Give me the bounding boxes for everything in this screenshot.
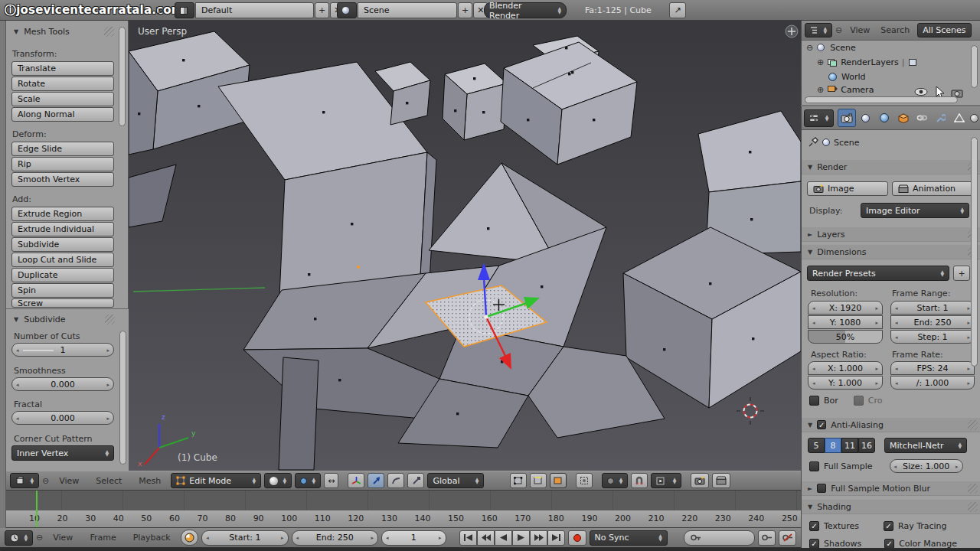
- resolution-y-field[interactable]: ◂Y: 1080▸: [808, 315, 883, 329]
- render-animation-button[interactable]: Animation: [892, 181, 973, 196]
- frame-start-field[interactable]: ◂Start: 1▸: [890, 301, 975, 315]
- screen-layout-icon[interactable]: [175, 2, 194, 18]
- pin-icon[interactable]: [808, 137, 818, 148]
- render-image-button[interactable]: Image: [807, 181, 888, 196]
- face-select-toggle[interactable]: [550, 473, 567, 488]
- delete-keyframe-icon[interactable]: [779, 530, 796, 546]
- next-keyframe-button[interactable]: [530, 530, 547, 546]
- render-opengl-icon[interactable]: [691, 473, 709, 488]
- aa-filter-dropdown[interactable]: Mitchell-Netr▲▼: [884, 438, 967, 453]
- fps-field[interactable]: ◂FPS: 24▸: [890, 361, 975, 375]
- anti-aliasing-section-header[interactable]: ▼ ✓ Anti-Aliasing: [802, 418, 980, 432]
- expand-icon[interactable]: ⊕: [817, 57, 824, 67]
- add-layout-button[interactable]: +: [315, 2, 329, 18]
- frame-step-field[interactable]: ◂Step: 1▸: [890, 330, 975, 344]
- rotate-manipulator-toggle[interactable]: [387, 473, 404, 488]
- corner-cut-dropdown[interactable]: Inner Vertex▲▼: [11, 445, 114, 461]
- mesh-menu[interactable]: Mesh: [132, 471, 168, 490]
- ray-tracing-checkbox[interactable]: ✓: [884, 521, 893, 531]
- tab-constraints[interactable]: [913, 109, 932, 127]
- breadcrumb-label[interactable]: Scene: [834, 138, 860, 148]
- timeline-view-menu[interactable]: View: [46, 528, 80, 547]
- motion-blur-checkbox[interactable]: [817, 484, 826, 493]
- timeline-area[interactable]: 102030 405060 708090 100110120 130140150…: [0, 491, 801, 528]
- timeline-playback-menu[interactable]: Playback: [126, 528, 178, 547]
- along-normal-button[interactable]: Along Normal: [11, 107, 114, 122]
- motion-blur-section-header[interactable]: ► Full Sample Motion Blur: [802, 481, 980, 496]
- scene-field[interactable]: Scene: [358, 2, 457, 18]
- extrude-region-button[interactable]: Extrude Region: [11, 207, 114, 221]
- collapse-icon[interactable]: ⊖: [806, 43, 813, 53]
- screw-button[interactable]: Screw: [11, 298, 114, 308]
- outliner-filter-dropdown[interactable]: All Scenes: [917, 23, 971, 37]
- timeline-frame-menu[interactable]: Frame: [83, 528, 122, 547]
- dimensions-section-header[interactable]: ▼Dimensions: [802, 245, 980, 259]
- render-opengl-anim-icon[interactable]: [712, 473, 730, 488]
- translate-button[interactable]: Translate: [11, 61, 114, 76]
- aa-samples-8[interactable]: 8: [825, 438, 841, 453]
- view-expand-icon[interactable]: [786, 25, 798, 37]
- frame-end-field[interactable]: ◂End: 250▸: [890, 315, 975, 329]
- frame-start-field[interactable]: ◂Start: 1▸: [201, 530, 288, 546]
- vertex-select-toggle[interactable]: [510, 473, 527, 488]
- tab-object-data[interactable]: [951, 109, 969, 127]
- scale-manipulator-toggle[interactable]: [407, 473, 424, 488]
- smoothness-slider[interactable]: ◂0.000▸: [11, 377, 114, 391]
- fractal-slider[interactable]: ◂0.000▸: [11, 411, 114, 425]
- anti-aliasing-checkbox[interactable]: ✓: [817, 420, 826, 429]
- jump-to-end-button[interactable]: [547, 530, 565, 546]
- keying-set-field[interactable]: [684, 530, 755, 546]
- window-duplicate-icon[interactable]: ↗: [669, 2, 686, 18]
- record-button[interactable]: [568, 530, 586, 546]
- collapse-menus-icon[interactable]: ⊖: [36, 533, 43, 543]
- textures-checkbox[interactable]: ✓: [809, 521, 819, 531]
- insert-keyframe-icon[interactable]: [758, 530, 776, 546]
- scale-button[interactable]: Scale: [11, 92, 114, 106]
- full-sample-checkbox[interactable]: [809, 461, 819, 471]
- resolution-percentage-slider[interactable]: 50%: [808, 330, 883, 344]
- add-scene-button[interactable]: +: [458, 2, 472, 18]
- layers-section-header[interactable]: ►Layers: [802, 227, 980, 242]
- snap-element-dropdown[interactable]: ▲▼: [651, 473, 681, 488]
- outliner-item-renderlayers[interactable]: ⊕ RenderLayers |: [802, 55, 980, 70]
- cuts-slider[interactable]: ◂1▸: [11, 343, 114, 357]
- viewport-3d[interactable]: User Persp (1) Cube z y x: [129, 21, 801, 471]
- scene-icon[interactable]: [337, 2, 357, 18]
- outliner-item-world[interactable]: World: [802, 70, 980, 84]
- translate-manipulator-toggle[interactable]: [368, 473, 384, 488]
- help-menu-clipped[interactable]: lp: [155, 5, 163, 15]
- tab-scene[interactable]: [857, 109, 875, 127]
- tab-object[interactable]: [894, 109, 913, 127]
- outliner-search-menu[interactable]: Search: [876, 21, 914, 40]
- orientation-dropdown[interactable]: Global▲▼: [427, 473, 484, 488]
- view-menu[interactable]: View: [52, 471, 86, 490]
- snap-toggle[interactable]: [631, 473, 648, 488]
- tool-shelf-scrollbar[interactable]: [119, 27, 126, 126]
- timeline-editor-type-dropdown[interactable]: ▲▼: [5, 530, 33, 546]
- rip-button[interactable]: Rip: [11, 157, 114, 171]
- border-checkbox[interactable]: [809, 396, 819, 406]
- spin-button[interactable]: Spin: [11, 283, 114, 298]
- aspect-y-field[interactable]: ◂Y: 1.000▸: [808, 376, 883, 390]
- frame-end-field[interactable]: ◂End: 250▸: [292, 530, 378, 546]
- aa-samples-11[interactable]: 11: [841, 438, 858, 453]
- play-button[interactable]: [512, 530, 530, 546]
- smooth-vertex-button[interactable]: Smooth Vertex: [11, 172, 114, 187]
- outliner-view-menu[interactable]: View: [845, 21, 874, 40]
- tab-render[interactable]: [838, 109, 856, 127]
- pivot-align-toggle[interactable]: ↔: [324, 473, 338, 488]
- visibility-eye-icon[interactable]: [914, 86, 928, 97]
- subdivide-collapse-icon[interactable]: ▼: [14, 316, 18, 323]
- tab-modifiers[interactable]: [932, 109, 950, 127]
- aa-samples-16[interactable]: 16: [858, 438, 875, 453]
- outliner-editor-type-dropdown[interactable]: ▲▼: [805, 23, 832, 37]
- current-frame-marker[interactable]: [36, 491, 38, 528]
- screen-layout-field[interactable]: Default: [195, 2, 314, 18]
- aa-size-field[interactable]: ◂Size: 1.000▸: [890, 459, 963, 473]
- outliner-vscrollbar[interactable]: [971, 45, 978, 88]
- manipulator-toggle[interactable]: [348, 473, 364, 488]
- add-preset-button[interactable]: +: [953, 266, 970, 281]
- expand-icon[interactable]: ⊕: [817, 85, 824, 95]
- outliner-item-scene[interactable]: ⊖ Scene: [802, 41, 980, 55]
- mesh-tools-collapse-icon[interactable]: ▼: [14, 28, 18, 35]
